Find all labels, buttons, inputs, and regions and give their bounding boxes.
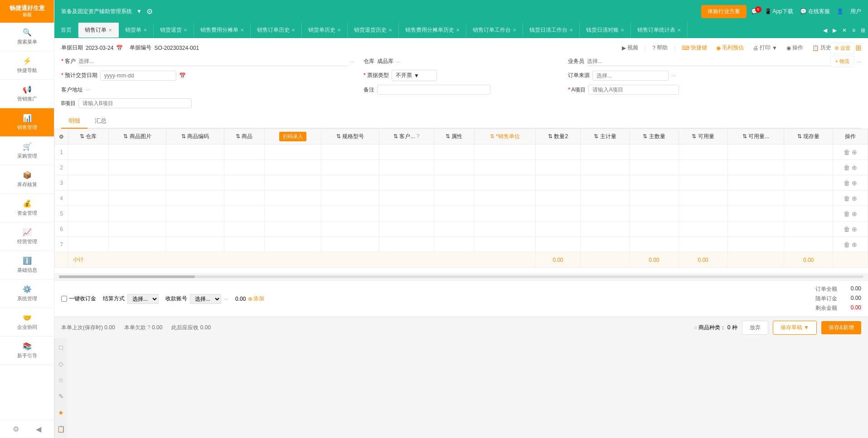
tab-reconcile[interactable]: 钱货日清对账 ✕ <box>580 23 631 38</box>
tab-close-icon[interactable]: ✕ <box>677 28 681 33</box>
copy-icon[interactable]: ⊕ <box>852 195 857 202</box>
delivery-calendar-icon[interactable]: 📅 <box>179 72 186 79</box>
row-1-unit[interactable] <box>474 144 535 160</box>
row-2-unit[interactable] <box>474 160 535 175</box>
right-panel-icon-5[interactable]: ★ <box>56 407 66 418</box>
help-btn[interactable]: ? 帮助 <box>650 43 670 53</box>
row-2-stock[interactable] <box>784 160 833 175</box>
row-2-warehouse[interactable] <box>68 160 109 175</box>
delete-icon[interactable]: 🗑 <box>844 149 850 156</box>
col-customer[interactable]: ⇅ 客户... ? <box>379 129 434 144</box>
row-1-main-unit[interactable] <box>581 144 630 160</box>
row-2-main-qty[interactable] <box>630 160 679 175</box>
profit-btn[interactable]: ◉ 毛利预估 <box>713 43 747 53</box>
row-1-scan[interactable] <box>264 144 321 160</box>
settings-icon[interactable]: ⚙ <box>146 7 153 16</box>
tab-close-icon[interactable]: ✕ <box>108 28 112 33</box>
tab-detail[interactable]: 明细 <box>61 114 87 129</box>
right-panel-icon-3[interactable]: ☆ <box>56 375 66 385</box>
tab-sales-return[interactable]: 销货退货 ✕ <box>154 23 194 38</box>
tab-close-icon[interactable]: ✕ <box>388 28 392 33</box>
online-support-link[interactable]: 💬 在线客服 <box>800 8 830 15</box>
row-2-product[interactable] <box>224 160 264 175</box>
copy-icon[interactable]: ⊕ <box>852 164 857 171</box>
copy-icon[interactable]: ⊕ <box>852 226 857 233</box>
one-click-checkbox[interactable] <box>61 296 67 302</box>
tab-close-icon[interactable]: ✕ <box>456 28 460 33</box>
row-1-avail[interactable] <box>679 144 727 160</box>
col-avail2[interactable]: ⇅ 可用量... <box>727 129 784 144</box>
col-code[interactable]: ⇅ 商品编码 <box>166 129 224 144</box>
row-2-code[interactable] <box>166 160 224 175</box>
row-2-customer[interactable] <box>379 160 434 175</box>
row-2-spec[interactable] <box>321 160 379 175</box>
shortcut-btn[interactable]: ⌨ 快捷键 <box>679 43 710 53</box>
customer-more-icon[interactable]: ··· <box>350 58 354 65</box>
nav-next-icon[interactable]: ▶ <box>830 24 839 37</box>
tab-close-icon[interactable]: ✕ <box>569 28 573 33</box>
right-panel-icon-1[interactable]: □ <box>57 342 64 353</box>
copy-icon[interactable]: ⊕ <box>852 149 857 156</box>
copy-icon[interactable]: ⊕ <box>852 179 857 187</box>
row-2-attr[interactable] <box>434 160 474 175</box>
col-unit[interactable]: ⇅ *销售单位 <box>474 129 535 144</box>
row-2-avail2[interactable] <box>727 160 784 175</box>
row-2-scan[interactable] <box>264 160 321 175</box>
nav-prev-icon[interactable]: ◀ <box>820 24 830 37</box>
tab-expense-history[interactable]: 销售费用分摊单历史 ✕ <box>399 23 466 38</box>
remark-input[interactable] <box>377 85 490 95</box>
horizontal-scrollbar[interactable] <box>54 273 868 280</box>
row-1-product[interactable] <box>224 144 264 160</box>
col-qty2[interactable]: ⇅ 数量2 <box>535 129 580 144</box>
sidebar-item-finance[interactable]: 💰 资金管理 <box>0 194 54 222</box>
tab-close-icon[interactable]: ✕ <box>291 28 295 33</box>
right-panel-icon-6[interactable]: 📋 <box>55 424 67 434</box>
collapse-icon[interactable]: ◀ <box>36 425 41 433</box>
industry-solution-button[interactable]: 体验行业方案 <box>701 5 747 18</box>
col-stock[interactable]: ⇅ 现存量 <box>784 129 833 144</box>
right-panel-icon-4[interactable]: ✎ <box>57 391 66 402</box>
delete-icon[interactable]: 🗑 <box>844 210 850 217</box>
dropdown-arrow-icon[interactable]: ▼ <box>136 8 142 14</box>
row-1-image[interactable] <box>108 144 166 160</box>
sidebar-item-basic[interactable]: ℹ️ 基础信息 <box>0 251 54 279</box>
col-spec[interactable]: ⇅ 规格型号 <box>321 129 379 144</box>
b-project-input[interactable] <box>78 98 192 108</box>
sidebar-item-search[interactable]: 🔍 搜索菜单 <box>0 23 54 51</box>
sidebar-item-marketing[interactable]: 📢 营销推广 <box>0 80 54 108</box>
calendar-icon[interactable]: 📅 <box>116 45 123 51</box>
tab-sales-order-history[interactable]: 销售订单历史 ✕ <box>251 23 302 38</box>
tab-close-icon[interactable]: ✕ <box>337 28 341 33</box>
app-download-link[interactable]: 📱 App下载 <box>765 8 793 15</box>
operate-btn[interactable]: ◉ 操作 <box>784 43 806 53</box>
invoice-select[interactable]: 不开票 ▼ <box>392 70 437 81</box>
message-icon[interactable]: 💬9 <box>751 8 758 14</box>
sidebar-item-purchase[interactable]: 🛒 采购管理 <box>0 137 54 165</box>
sidebar-item-sales[interactable]: 📊 销售管理 <box>0 108 54 137</box>
delivery-input[interactable] <box>100 71 176 81</box>
tab-close-icon[interactable]: ✕ <box>240 28 244 33</box>
account-select[interactable]: 选择... <box>190 294 221 304</box>
row-1-customer[interactable] <box>379 144 434 160</box>
col-settings[interactable]: ⚙ <box>55 129 68 144</box>
row-1-attr[interactable] <box>434 144 474 160</box>
tab-close-icon[interactable]: ✕ <box>513 28 516 33</box>
tab-return-history[interactable]: 销货退货历史 ✕ <box>348 23 399 38</box>
sidebar-item-enterprise[interactable]: 🤝 企业协同 <box>0 308 54 337</box>
tab-sales-invoice[interactable]: 销货单 ✕ <box>119 23 154 38</box>
warehouse-more-icon[interactable]: ··· <box>396 58 401 65</box>
sidebar-item-guide[interactable]: 📚 新手引导 <box>0 337 54 365</box>
right-panel-icon-2[interactable]: ◇ <box>57 358 65 369</box>
a-project-input[interactable] <box>588 85 679 95</box>
delete-icon[interactable]: 🗑 <box>844 226 850 233</box>
account-more-icon[interactable]: ··· <box>224 296 228 302</box>
discard-button[interactable]: 放弃 <box>742 321 768 335</box>
row-2-image[interactable] <box>108 160 166 175</box>
nav-expand-icon[interactable]: ⊞ <box>858 24 868 37</box>
tab-home[interactable]: 首页 <box>54 23 78 38</box>
row-1-qty2[interactable] <box>535 144 580 160</box>
tab-sales-expense[interactable]: 销售费用分摊单 ✕ <box>194 23 251 38</box>
delete-icon[interactable]: 🗑 <box>844 179 850 187</box>
row-1-stock[interactable] <box>784 144 833 160</box>
row-2-avail[interactable] <box>679 160 727 175</box>
